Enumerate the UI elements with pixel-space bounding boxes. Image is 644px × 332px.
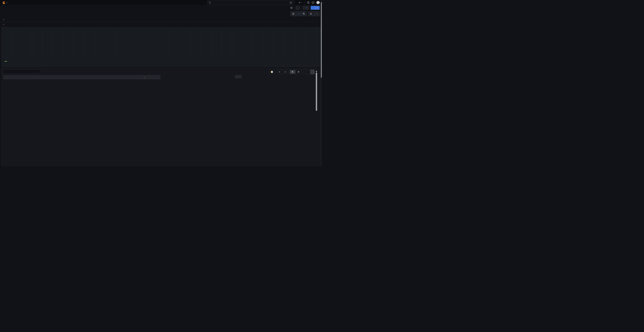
grafana-logo-icon[interactable]	[2, 1, 6, 4]
clock-icon	[292, 13, 294, 15]
row-help[interactable]	[0, 17, 322, 22]
flame-graph-area	[162, 70, 319, 165]
search-icon	[209, 2, 211, 4]
mode-top-table[interactable]	[303, 70, 307, 74]
template-variables-row	[0, 10, 322, 17]
share-button[interactable]	[311, 6, 320, 10]
legend-swatch	[4, 61, 7, 62]
plot-area	[11, 29, 319, 56]
new-button[interactable]	[298, 2, 302, 4]
table-header-row: ↓	[3, 75, 160, 80]
top-table: ↓	[3, 75, 160, 80]
y-axis	[2, 29, 11, 56]
column-total[interactable]	[146, 75, 160, 80]
column-self[interactable]: ↓	[131, 75, 146, 80]
palette-icon	[271, 71, 273, 73]
flame-scrollbar[interactable]	[316, 70, 317, 164]
page-scrollbar[interactable]	[321, 0, 322, 166]
flame-scrollbar-thumb[interactable]	[316, 72, 317, 111]
edit-button[interactable]	[296, 6, 300, 10]
flame-controls	[162, 70, 314, 74]
chevron-down-icon	[298, 13, 300, 15]
zoom-out-icon	[303, 12, 305, 15]
x-axis	[12, 56, 319, 59]
profiling-panel: ↓	[1, 68, 321, 166]
chevron-down-icon	[306, 7, 307, 8]
time-range-picker[interactable]	[291, 12, 301, 16]
align-text-left-button[interactable]	[290, 70, 296, 74]
row-autoprofiling[interactable]	[0, 22, 322, 27]
svg-text:?: ?	[308, 2, 309, 3]
global-search-input[interactable]	[207, 0, 294, 5]
refresh-interval-caret[interactable]	[315, 12, 320, 16]
bar-series	[11, 29, 319, 56]
sort-desc-icon: ↓	[144, 76, 145, 78]
refresh-button[interactable]	[308, 12, 315, 16]
chevron-down-icon	[3, 24, 4, 25]
user-avatar[interactable]	[316, 1, 320, 4]
favorite-star-icon[interactable]	[290, 6, 293, 9]
dashboard-header	[0, 5, 322, 10]
top-navbar: ?	[0, 0, 322, 5]
collapse-all-button[interactable]	[276, 70, 282, 74]
keyboard-shortcut	[290, 2, 293, 4]
expand-all-button[interactable]	[282, 70, 288, 74]
share-menu-caret[interactable]	[316, 6, 320, 10]
divider	[294, 6, 294, 9]
mode-both[interactable]	[310, 70, 314, 74]
view-mode-switch	[303, 70, 314, 74]
symbol-search-input[interactable]	[3, 70, 40, 74]
chevron-down-icon[interactable]	[6, 2, 8, 3]
oncpu-chart-panel	[1, 27, 321, 67]
news-monitor-icon[interactable]	[312, 1, 314, 4]
refresh-icon	[310, 13, 312, 15]
mode-flame-graph[interactable]	[307, 70, 310, 74]
keyboard-icon	[290, 2, 292, 4]
export-button[interactable]	[303, 6, 309, 10]
align-text-right-button[interactable]	[296, 70, 301, 74]
flame-summary-badge	[235, 75, 242, 78]
zoom-out-button[interactable]	[301, 12, 306, 16]
scroll-up-arrow-icon[interactable]	[316, 70, 317, 72]
chart-legend[interactable]	[2, 59, 319, 63]
color-scheme-button[interactable]	[269, 70, 275, 74]
chevron-right-icon	[3, 19, 4, 20]
page-scrollbar-thumb[interactable]	[321, 2, 322, 78]
help-icon[interactable]: ?	[307, 1, 310, 4]
